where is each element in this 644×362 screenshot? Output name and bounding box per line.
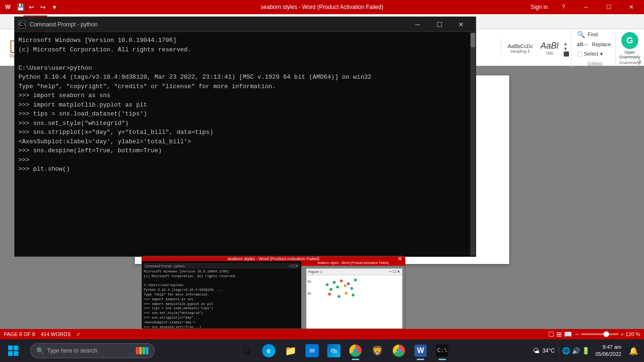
start-button[interactable] <box>0 339 26 362</box>
select-icon: ⬚ <box>577 50 582 57</box>
zoom-out-icon[interactable]: ─ <box>576 331 579 337</box>
taskbar-chrome[interactable] <box>345 340 366 361</box>
preview-chart-area: 50 40 <box>306 275 402 329</box>
taskbar-pinned-apps: ❑ e 📁 ✉ 🛍 🦁 <box>158 340 531 361</box>
zoom-in-icon[interactable]: + <box>620 331 623 337</box>
cmd-window[interactable]: C:\ Command Prompt - python ─ ☐ ✕ Micros… <box>14 16 476 257</box>
replace-label: Replace <box>592 41 611 47</box>
brave-icon: 🦁 <box>371 344 384 357</box>
style-heading5-display: AaBbCcDc <box>508 43 533 49</box>
cmd-titlebar: C:\ Command Prompt - python ─ ☐ ✕ <box>15 17 476 32</box>
taskbar-explorer[interactable]: 📁 <box>280 340 301 361</box>
style-heading5[interactable]: AaBbCcDc Heading 5 <box>505 42 536 55</box>
search-placeholder: Type here to search <box>47 347 97 354</box>
svg-point-12 <box>352 294 355 296</box>
preview-cmd-min[interactable]: ─ <box>288 264 291 268</box>
zoom-percent[interactable]: 120 % <box>626 331 640 337</box>
cmd-minimize[interactable]: ─ <box>407 17 429 32</box>
ribbon-collapse-icon[interactable]: ∧ <box>638 58 642 65</box>
editing-section: 🔍 Find ab↔ Replace ⬚ Select ▾ Editing <box>571 30 613 67</box>
zoom-slider[interactable] <box>581 333 619 335</box>
close-button[interactable]: ✕ <box>620 0 642 14</box>
redo-button[interactable]: ↪ <box>38 2 48 12</box>
svg-point-2 <box>333 281 336 284</box>
cmd-scrollbar[interactable] <box>470 32 476 256</box>
taskbar-chrome2[interactable] <box>388 340 409 361</box>
preview-titlebar: seaborn styles - Word (Product Activatio… <box>142 256 405 261</box>
grammarly-sub-label: Grammarly <box>619 60 641 65</box>
svg-point-4 <box>340 280 343 282</box>
sign-in[interactable]: Sign in <box>527 4 552 10</box>
windows-taskbar: 🔍 Type here to search ❑ e 📁 ✉ <box>0 339 644 362</box>
svg-point-8 <box>354 279 357 281</box>
word-count[interactable]: 414 WORDS <box>41 331 71 337</box>
cmd-maximize[interactable]: ☐ <box>429 17 450 32</box>
preview-title: seaborn styles - Word (Product Activatio… <box>228 256 320 261</box>
select-dropdown[interactable]: ⬚ Select ▾ <box>575 49 613 58</box>
undo-button[interactable]: ↩ <box>27 2 36 12</box>
taskbar-edge[interactable]: e <box>258 340 279 361</box>
preview-word-titlebar: seaborn styles - Word (Product Activatio… <box>301 261 405 266</box>
print-layout-icon[interactable]: ☐ <box>548 330 554 338</box>
style-heading5-label: Heading 5 <box>511 49 530 54</box>
replace-button[interactable]: ab↔ Replace <box>575 40 613 49</box>
page-indicator[interactable]: PAGE 8 OF 8 <box>4 331 35 337</box>
spelling-icon[interactable]: ✓ <box>76 331 81 337</box>
notification-center-icon[interactable]: 🔔 <box>627 339 640 362</box>
grammarly-icon[interactable]: G <box>621 32 638 49</box>
taskbar-store[interactable]: 🛍 <box>323 340 344 361</box>
taskbar-search-box[interactable]: 🔍 Type here to search <box>30 343 155 358</box>
preview-chart-svg <box>313 275 405 329</box>
edge-icon: e <box>262 344 275 357</box>
preview-fig-max[interactable]: ☐ <box>393 270 396 274</box>
grammarly-open-label[interactable]: OpenGrammarly <box>619 50 641 59</box>
search-icon-taskbar: 🔍 <box>36 347 44 354</box>
cmd-body: Microsoft Windows [Version 10.0.19044.17… <box>15 32 476 256</box>
zoom-thumb <box>603 331 609 337</box>
taskbar-mail[interactable]: ✉ <box>302 340 322 361</box>
taskbar-clock[interactable]: 9:47 am 05/06/2022 <box>592 344 625 358</box>
styles-section: AaBbCcDc Heading 5 AaBl Title ▲ ▼ ⬛ <box>501 39 569 58</box>
read-mode-icon[interactable]: 📖 <box>564 330 572 338</box>
style-title[interactable]: AaBl Title <box>537 41 561 57</box>
preview-fig-min[interactable]: ─ <box>389 270 392 274</box>
preview-word-body: Figure 1 ─ ☐ ✕ 50 40 <box>301 266 405 329</box>
editing-label-container: Editing <box>575 59 613 67</box>
customize-qa[interactable]: ▾ <box>50 2 59 12</box>
network-icon[interactable]: 🌐 <box>562 347 570 354</box>
styles-scroll[interactable]: ▲ ▼ ⬛ <box>563 39 569 58</box>
taskbar-word[interactable]: W <box>410 340 431 361</box>
editing-label: Editing <box>586 61 603 66</box>
taskbar-task-view[interactable]: ❑ <box>237 340 257 361</box>
cmd-scroll-thumb[interactable] <box>471 33 475 47</box>
svg-rect-13 <box>8 346 13 350</box>
temperature-display: 34°C <box>542 347 555 354</box>
svg-point-7 <box>350 287 353 290</box>
preview-cmd-close[interactable]: ✕ <box>295 264 298 268</box>
view-buttons: ☐ ⊞ 📖 <box>548 330 572 338</box>
preview-fig-close[interactable]: ✕ <box>397 270 400 274</box>
find-button[interactable]: 🔍 Find <box>575 30 613 39</box>
minimize-button[interactable]: ─ <box>575 0 597 14</box>
volume-icon[interactable]: 🔊 <box>572 347 580 354</box>
select-label: Select <box>584 51 599 57</box>
save-quick-button[interactable]: 💾 <box>16 2 25 12</box>
weather-icon: 🌤 <box>533 347 539 354</box>
word-logo: W <box>4 4 12 10</box>
preview-cmd: Command Prompt - python ─ ☐ ✕ Microsoft … <box>142 261 301 329</box>
web-layout-icon[interactable]: ⊞ <box>556 330 562 338</box>
statusbar-right: ☐ ⊞ 📖 ─ + 120 % <box>548 330 640 338</box>
help-button[interactable]: ? <box>553 0 574 14</box>
style-title-label: Title <box>545 51 553 56</box>
taskbar-cmd[interactable]: C:\ <box>432 340 453 361</box>
word-titlebar: W 💾 ↩ ↪ ▾ seaborn styles - Word (Product… <box>0 0 644 14</box>
cmd-close[interactable]: ✕ <box>450 17 472 32</box>
svg-point-11 <box>345 292 347 295</box>
cmd-scroll-track[interactable] <box>471 33 475 255</box>
taskbar-search[interactable]: 🔍 Type here to search <box>26 339 158 362</box>
find-label: Find <box>588 32 598 37</box>
taskbar-brave[interactable]: 🦁 <box>367 340 388 361</box>
preview-cmd-max[interactable]: ☐ <box>291 264 295 268</box>
system-tray: 🌤 34°C 🌐 🔊 🔋 9:47 am 05/06/2022 🔔 <box>531 339 644 362</box>
restore-button[interactable]: ☐ <box>598 0 619 14</box>
